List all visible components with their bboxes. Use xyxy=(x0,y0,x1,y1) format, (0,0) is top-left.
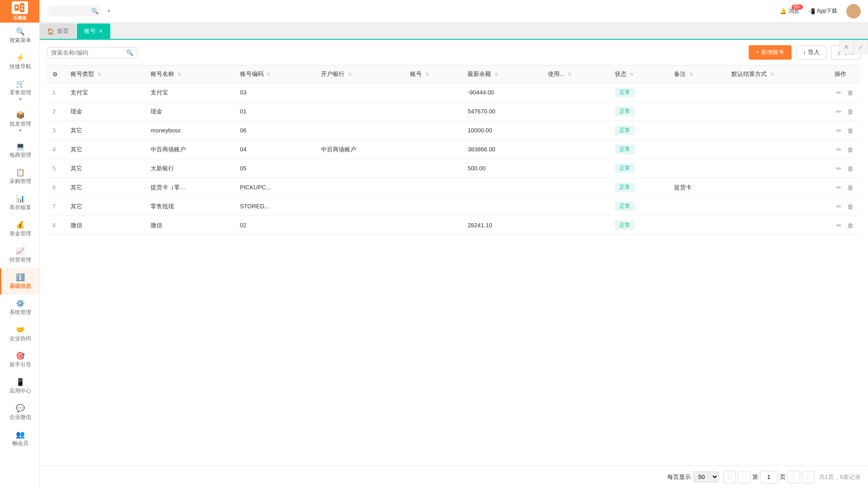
row-usage xyxy=(542,83,609,102)
sidebar-item-guide[interactable]: 🎯 新手引导 xyxy=(0,347,39,373)
edit-button[interactable]: ✏ xyxy=(835,145,844,154)
row-usage xyxy=(542,140,609,159)
row-num: 5 xyxy=(47,159,65,178)
row-status: 正常 xyxy=(609,216,669,235)
row-type: 其它 xyxy=(65,178,145,197)
row-name: 微信 xyxy=(145,216,234,235)
user-avatar[interactable] xyxy=(846,4,861,19)
page-number-input[interactable] xyxy=(760,471,778,483)
accounts-table: ⚙ 账号类型 ⇅ 账号名称 ⇅ 账号编码 ⇅ xyxy=(47,65,861,235)
col-name[interactable]: 账号名称 ⇅ xyxy=(145,66,234,83)
sidebar-item-agreement[interactable]: 🤝 企业协同 xyxy=(0,321,39,347)
account-search-input[interactable] xyxy=(51,49,123,56)
col-bank[interactable]: 开户银行 ⇅ xyxy=(316,66,405,83)
col-account[interactable]: 账号 ⇅ xyxy=(405,66,462,83)
account-search-box[interactable]: 🔍 xyxy=(47,47,137,58)
col-settings[interactable]: ⚙ xyxy=(47,66,65,83)
tab-account[interactable]: 账号 ✕ xyxy=(77,23,110,39)
delete-button[interactable]: 🗑 xyxy=(845,221,855,230)
col-status[interactable]: 状态 ⇅ xyxy=(609,66,669,83)
last-page-button[interactable]: ⟩⟩ xyxy=(802,471,815,483)
sidebar-item-purchase[interactable]: 📋 采购管理 xyxy=(0,164,39,190)
row-account xyxy=(405,83,462,102)
sidebar-item-ecommerce[interactable]: 💻 电商管理 xyxy=(0,137,39,164)
delete-button[interactable]: 🗑 xyxy=(845,88,855,97)
col-settlement[interactable]: 默认结算方式 ⇅ xyxy=(726,66,829,83)
sidebar-item-basic-info[interactable]: ℹ️ 基础信息 xyxy=(0,268,39,295)
delete-button[interactable]: 🗑 xyxy=(845,107,855,116)
app-download-button[interactable]: 📲 App下载 xyxy=(808,7,837,15)
delete-button[interactable]: 🗑 xyxy=(845,164,855,173)
row-account xyxy=(405,197,462,216)
row-note xyxy=(669,216,726,235)
edit-button[interactable]: ✏ xyxy=(835,107,844,116)
window-close-button[interactable]: ✕ xyxy=(839,40,854,54)
sidebar-item-retail[interactable]: 🛒 零售管理 ▼ xyxy=(0,75,39,106)
col-balance[interactable]: 最新余额 ⇅ xyxy=(462,66,542,83)
message-button[interactable]: 🔔 消息 99+ xyxy=(780,7,799,15)
delete-button[interactable]: 🗑 xyxy=(845,202,855,211)
page-label2: 页 xyxy=(780,473,786,481)
col-type[interactable]: 账号类型 ⇅ xyxy=(65,66,145,83)
sidebar-item-operations[interactable]: 📈 经营管理 xyxy=(0,242,39,268)
next-page-button[interactable]: ⟩ xyxy=(788,471,800,483)
row-name: moneybosx xyxy=(145,121,234,140)
topbar-search[interactable]: 🔍 xyxy=(47,6,101,16)
col-usage[interactable]: 使用... ⇅ xyxy=(542,66,609,83)
delete-button[interactable]: 🗑 xyxy=(845,183,855,192)
row-account xyxy=(405,140,462,159)
status-badge: 正常 xyxy=(615,126,635,135)
topbar-right: 🔔 消息 99+ 📲 App下载 xyxy=(780,4,861,19)
import-button[interactable]: ↑ 导入 xyxy=(796,45,826,60)
first-page-button[interactable]: ⟨⟨ xyxy=(723,471,736,483)
sidebar-item-label: 基础信息 xyxy=(9,282,31,290)
row-action: ✏ 🗑 xyxy=(829,83,861,102)
row-num: 4 xyxy=(47,140,65,159)
topbar-search-input[interactable] xyxy=(52,8,89,14)
edit-button[interactable]: ✏ xyxy=(835,88,844,97)
home-icon: 🏠 xyxy=(47,28,54,35)
window-maximize-button[interactable]: ⤢ xyxy=(854,40,868,54)
retail-icon: 🛒 xyxy=(16,80,25,88)
col-note[interactable]: 备注 ⇅ xyxy=(669,66,726,83)
edit-button[interactable]: ✏ xyxy=(835,221,844,230)
system-icon: ⚙️ xyxy=(16,299,25,308)
window-controls: ✕ ⤢ xyxy=(839,40,868,54)
tab-close-icon[interactable]: ✕ xyxy=(99,28,103,34)
sidebar-item-system[interactable]: ⚙️ 系统管理 xyxy=(0,295,39,321)
sidebar-item-search-menu[interactable]: 🔍 搜索菜单 xyxy=(0,23,39,49)
accounts-table-container: ⚙ 账号类型 ⇅ 账号名称 ⇅ 账号编码 ⇅ xyxy=(40,65,868,465)
edit-button[interactable]: ✏ xyxy=(835,126,844,135)
row-name: 提货卡（零… xyxy=(145,178,234,197)
bell-icon: 🔔 xyxy=(780,8,787,14)
sidebar-item-wholesale[interactable]: 📦 批发管理 ▼ xyxy=(0,106,39,137)
row-type: 其它 xyxy=(65,121,145,140)
delete-button[interactable]: 🗑 xyxy=(845,126,855,135)
sidebar-item-quick-nav[interactable]: ⚡ 快捷导航 xyxy=(0,49,39,75)
logo-text: 乐雅版 xyxy=(13,15,27,21)
delete-button[interactable]: 🗑 xyxy=(845,145,855,154)
per-page-select[interactable]: 50 20 100 xyxy=(693,471,719,483)
sort-icon: ⇅ xyxy=(178,72,181,77)
sidebar-item-app-center[interactable]: 📱 应用中心 xyxy=(0,373,39,399)
status-badge: 正常 xyxy=(615,107,635,116)
row-usage xyxy=(542,178,609,197)
edit-button[interactable]: ✏ xyxy=(835,202,844,211)
sidebar-item-member[interactable]: 👥 畅会员 xyxy=(0,426,39,452)
edit-button[interactable]: ✏ xyxy=(835,164,844,173)
edit-button[interactable]: ✏ xyxy=(835,183,844,192)
agreement-icon: 🤝 xyxy=(16,325,25,334)
sidebar-item-finance[interactable]: 💰 资金管理 xyxy=(0,216,39,242)
dropdown-chevron-icon[interactable]: ▼ xyxy=(107,9,111,14)
add-account-button[interactable]: + 新增账号 xyxy=(749,45,792,60)
sidebar-item-inventory[interactable]: 📊 库存核算 xyxy=(0,190,39,216)
row-bank xyxy=(316,83,405,102)
finance-icon: 💰 xyxy=(16,221,25,229)
table-row: 3 其它 moneybosx 06 10000.00 正常 ✏ 🗑 xyxy=(47,121,861,140)
row-balance xyxy=(462,178,542,197)
col-code[interactable]: 账号编码 ⇅ xyxy=(235,66,316,83)
tab-home[interactable]: 🏠 首页 xyxy=(40,23,76,39)
row-settlement xyxy=(726,159,829,178)
sidebar-item-wechat[interactable]: 💬 企业微信 xyxy=(0,399,39,426)
prev-page-button[interactable]: ⟨ xyxy=(738,471,750,483)
